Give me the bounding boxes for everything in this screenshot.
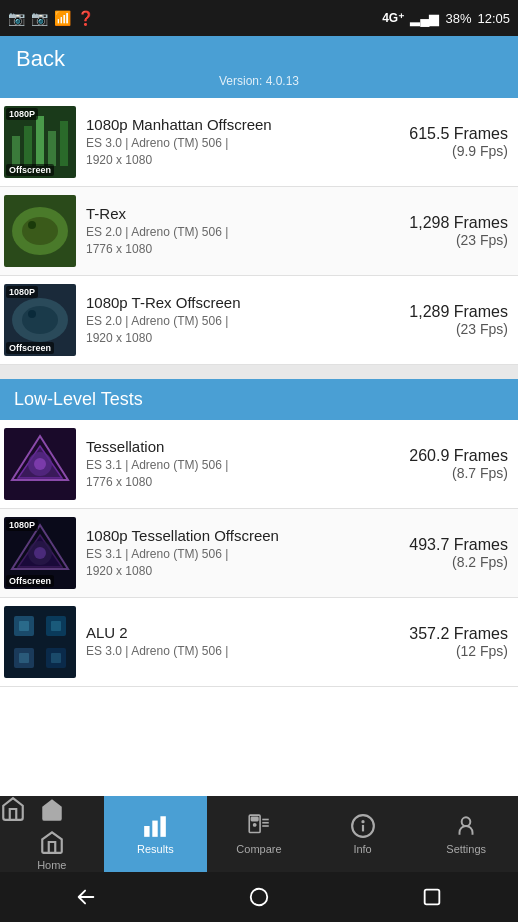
benchmark-thumbnail [4, 606, 76, 678]
benchmark-sub: ES 3.0 | Adreno (TM) 506 | [86, 643, 388, 660]
svg-point-34 [254, 824, 256, 826]
benchmark-score: 1,298 Frames (23 Fps) [388, 214, 508, 248]
benchmark-info: 1080p Tessellation Offscreen ES 3.1 | Ad… [86, 527, 388, 580]
nav-settings-label: Settings [446, 843, 486, 855]
fps-value: (23 Fps) [388, 232, 508, 248]
nav-compare[interactable]: Compare [207, 796, 311, 872]
fps-value: (9.9 Fps) [388, 143, 508, 159]
android-nav-bar [0, 872, 518, 922]
svg-point-16 [34, 458, 46, 470]
svg-point-8 [22, 217, 58, 245]
nav-info-label: Info [353, 843, 371, 855]
top-bar: Back Version: 4.0.13 [0, 36, 518, 98]
battery-level: 38% [445, 11, 471, 26]
svg-rect-5 [60, 121, 68, 166]
svg-rect-3 [36, 116, 44, 166]
back-button[interactable]: Back Version: 4.0.13 [16, 46, 502, 88]
svg-rect-24 [51, 621, 61, 631]
svg-point-9 [28, 221, 36, 229]
svg-rect-30 [153, 821, 158, 837]
benchmark-row[interactable]: 1080POffscreen 1080p Tessellation Offscr… [0, 509, 518, 598]
benchmark-name: T-Rex [86, 205, 388, 222]
benchmark-name: 1080p Tessellation Offscreen [86, 527, 388, 544]
nav-results-label: Results [137, 843, 174, 855]
benchmark-sub: ES 3.1 | Adreno (TM) 506 |1776 x 1080 [86, 457, 388, 491]
benchmark-score: 357.2 Frames (12 Fps) [388, 625, 508, 659]
nav-compare-label: Compare [236, 843, 281, 855]
svg-point-42 [251, 889, 268, 906]
svg-point-13 [28, 310, 36, 318]
benchmark-name: 1080p T-Rex Offscreen [86, 294, 388, 311]
fps-value: (12 Fps) [388, 643, 508, 659]
benchmark-row[interactable]: Tessellation ES 3.1 | Adreno (TM) 506 |1… [0, 420, 518, 509]
benchmark-name: Tessellation [86, 438, 388, 455]
version-label: Version: 4.0.13 [16, 74, 502, 88]
svg-rect-1 [12, 136, 20, 166]
benchmark-info: T-Rex ES 2.0 | Adreno (TM) 506 |1776 x 1… [86, 205, 388, 258]
android-home-btn[interactable] [239, 877, 279, 917]
instagram-icon: 📷 [31, 10, 48, 26]
nav-results[interactable]: Results [104, 796, 208, 872]
android-recent-btn[interactable] [412, 877, 452, 917]
svg-rect-28 [51, 653, 61, 663]
fps-value: (23 Fps) [388, 321, 508, 337]
benchmark-info: 1080p T-Rex Offscreen ES 2.0 | Adreno (T… [86, 294, 388, 347]
svg-rect-31 [161, 816, 166, 837]
wifi-icon: 📶 [54, 10, 71, 26]
svg-rect-29 [145, 826, 150, 837]
svg-rect-4 [48, 131, 56, 166]
benchmark-score: 615.5 Frames (9.9 Fps) [388, 125, 508, 159]
benchmark-row[interactable]: ALU 2 ES 3.0 | Adreno (TM) 506 | 357.2 F… [0, 598, 518, 687]
help-icon: ❓ [77, 10, 94, 26]
svg-rect-2 [24, 126, 32, 166]
home-icon [39, 797, 65, 825]
network-type: 4G⁺ [382, 11, 404, 25]
status-bar-right: 4G⁺ ▂▄▆ 38% 12:05 [382, 11, 510, 26]
benchmark-score: 260.9 Frames (8.7 Fps) [388, 447, 508, 481]
benchmark-row[interactable]: 1080POffscreen 1080p T-Rex Offscreen ES … [0, 276, 518, 365]
clock: 12:05 [477, 11, 510, 26]
status-bar: 📷 📷 📶 ❓ 4G⁺ ▂▄▆ 38% 12:05 [0, 0, 518, 36]
benchmark-thumbnail [4, 195, 76, 267]
frames-value: 357.2 Frames [388, 625, 508, 643]
benchmark-sub: ES 2.0 | Adreno (TM) 506 |1776 x 1080 [86, 224, 388, 258]
benchmark-name: ALU 2 [86, 624, 388, 641]
benchmark-thumbnail: 1080POffscreen [4, 284, 76, 356]
frames-value: 1,289 Frames [388, 303, 508, 321]
svg-point-41 [462, 817, 471, 826]
bottom-nav: Home Results Compare [0, 796, 518, 872]
section-spacer [0, 365, 518, 379]
benchmark-thumbnail [4, 428, 76, 500]
svg-point-19 [34, 547, 46, 559]
benchmark-row[interactable]: T-Rex ES 2.0 | Adreno (TM) 506 |1776 x 1… [0, 187, 518, 276]
fps-value: (8.2 Fps) [388, 554, 508, 570]
benchmark-score: 1,289 Frames (23 Fps) [388, 303, 508, 337]
benchmark-score: 493.7 Frames (8.2 Fps) [388, 536, 508, 570]
frames-value: 615.5 Frames [388, 125, 508, 143]
nav-home-label: Home [37, 859, 66, 871]
benchmark-thumbnail: 1080POffscreen [4, 517, 76, 589]
status-bar-left: 📷 📷 📶 ❓ [8, 10, 94, 26]
benchmark-info: ALU 2 ES 3.0 | Adreno (TM) 506 | [86, 624, 388, 660]
svg-rect-33 [251, 817, 257, 820]
nav-home[interactable]: Home [0, 796, 104, 872]
frames-value: 260.9 Frames [388, 447, 508, 465]
nav-settings[interactable]: Settings [414, 796, 518, 872]
svg-rect-26 [19, 653, 29, 663]
top-benchmarks-list: 1080POffscreen 1080p Manhattan Offscreen… [0, 98, 518, 365]
section-header: Low-Level Tests [0, 379, 518, 420]
frames-value: 493.7 Frames [388, 536, 508, 554]
svg-rect-43 [424, 890, 439, 905]
screenshot-icon: 📷 [8, 10, 25, 26]
frames-value: 1,298 Frames [388, 214, 508, 232]
svg-point-12 [22, 306, 58, 334]
android-back-btn[interactable] [66, 877, 106, 917]
benchmark-thumbnail: 1080POffscreen [4, 106, 76, 178]
benchmark-sub: ES 2.0 | Adreno (TM) 506 |1920 x 1080 [86, 313, 388, 347]
benchmark-row[interactable]: 1080POffscreen 1080p Manhattan Offscreen… [0, 98, 518, 187]
fps-value: (8.7 Fps) [388, 465, 508, 481]
signal-icon: ▂▄▆ [410, 11, 439, 26]
benchmark-sub: ES 3.1 | Adreno (TM) 506 |1920 x 1080 [86, 546, 388, 580]
nav-info[interactable]: Info [311, 796, 415, 872]
benchmark-sub: ES 3.0 | Adreno (TM) 506 |1920 x 1080 [86, 135, 388, 169]
